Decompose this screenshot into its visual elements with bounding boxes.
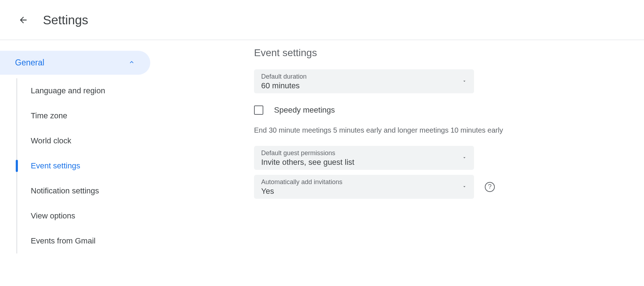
nav-group-label: General — [15, 58, 44, 68]
arrow-left-icon — [18, 15, 28, 25]
speedy-meetings-label: Speedy meetings — [274, 105, 335, 115]
guest-permissions-dropdown[interactable]: Default guest permissions Invite others,… — [254, 146, 474, 170]
back-button[interactable] — [18, 15, 29, 25]
help-icon[interactable]: ? — [485, 182, 495, 192]
dropdown-label: Automatically add invitations — [261, 178, 342, 186]
dropdown-arrow-icon — [462, 79, 467, 85]
section-title: Event settings — [254, 47, 644, 59]
nav-group-general[interactable]: General — [0, 51, 150, 75]
sidebar-item-event-settings[interactable]: Event settings — [17, 153, 150, 178]
sidebar-item-time-zone[interactable]: Time zone — [17, 103, 150, 128]
dropdown-label: Default guest permissions — [261, 149, 354, 157]
chevron-up-icon — [128, 59, 135, 67]
dropdown-value: Invite others, see guest list — [261, 158, 354, 167]
dropdown-arrow-icon — [462, 184, 467, 191]
speedy-meetings-checkbox[interactable] — [254, 105, 263, 115]
settings-header: Settings — [0, 0, 644, 40]
dropdown-value: 60 minutes — [261, 81, 307, 90]
sidebar: General Language and region Time zone Wo… — [0, 40, 150, 253]
main-panel: Event settings Default duration 60 minut… — [150, 40, 644, 253]
dropdown-arrow-icon — [462, 155, 467, 162]
speedy-meetings-helper: End 30 minute meetings 5 minutes early a… — [254, 126, 644, 134]
sidebar-item-events-from-gmail[interactable]: Events from Gmail — [17, 228, 150, 253]
nav-items: Language and region Time zone World cloc… — [16, 78, 150, 253]
sidebar-item-world-clock[interactable]: World clock — [17, 128, 150, 153]
sidebar-item-notification-settings[interactable]: Notification settings — [17, 178, 150, 203]
page-title: Settings — [43, 13, 88, 27]
sidebar-item-view-options[interactable]: View options — [17, 203, 150, 228]
auto-invitations-dropdown[interactable]: Automatically add invitations Yes — [254, 175, 474, 199]
sidebar-item-language-region[interactable]: Language and region — [17, 78, 150, 103]
dropdown-label: Default duration — [261, 73, 307, 80]
default-duration-dropdown[interactable]: Default duration 60 minutes — [254, 69, 474, 93]
speedy-meetings-row: Speedy meetings — [254, 98, 644, 118]
dropdown-value: Yes — [261, 187, 342, 196]
